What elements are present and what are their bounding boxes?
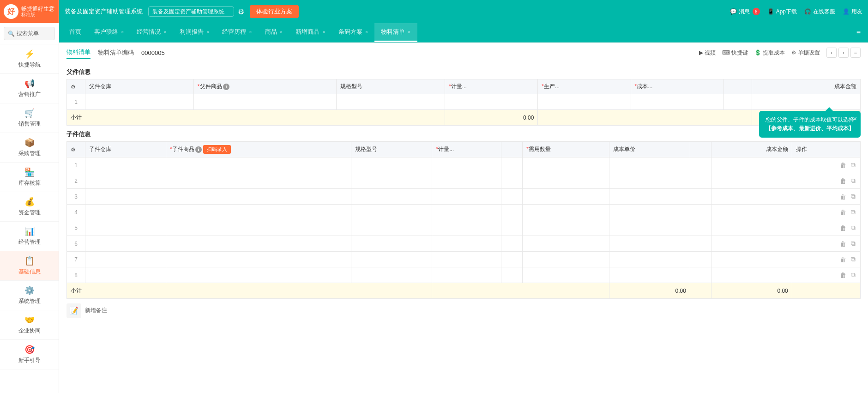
parent-spec-cell[interactable] <box>337 94 445 110</box>
child-goods-2[interactable] <box>166 173 351 189</box>
child-unit-1[interactable] <box>432 157 501 173</box>
child-unit-cost-4[interactable] <box>609 205 690 220</box>
message-item[interactable]: 💬 消息 6 <box>730 8 760 16</box>
settings-action[interactable]: ⚙ 单据设置 <box>791 49 820 57</box>
child-qty-6[interactable] <box>523 236 609 252</box>
delete-row-3-button[interactable]: 🗑 <box>839 192 847 201</box>
tab-history-close[interactable]: × <box>249 29 252 35</box>
tab-new-goods-close[interactable]: × <box>322 29 325 35</box>
child-spec-1[interactable] <box>351 157 432 173</box>
next-page-button[interactable]: › <box>838 48 849 58</box>
child-goods-8[interactable] <box>166 267 351 283</box>
scan-button[interactable]: 扫码录入 <box>203 145 231 154</box>
copy-row-2-button[interactable]: ⧉ <box>850 176 856 186</box>
th-settings[interactable]: ⚙ <box>67 79 85 94</box>
child-unit-7[interactable] <box>432 252 501 267</box>
tab-home[interactable]: 首页 <box>63 23 88 42</box>
child-spec-2[interactable] <box>351 173 432 189</box>
tooltip-close-button[interactable]: × <box>853 114 857 124</box>
child-spec-4[interactable] <box>351 205 432 220</box>
tab-barcode[interactable]: 条码方案 × <box>332 23 374 42</box>
child-warehouse-7[interactable] <box>85 252 166 267</box>
tab-goods[interactable]: 商品 × <box>259 23 289 42</box>
parent-unit-cell[interactable] <box>445 94 538 110</box>
sidebar-item-purchase[interactable]: 📦 采购管理 <box>0 133 59 163</box>
child-unit-cost-3[interactable] <box>609 189 690 205</box>
system-select[interactable]: 装备及固定资产辅助管理系统 <box>148 6 234 17</box>
delete-row-6-button[interactable]: 🗑 <box>839 239 847 248</box>
delete-row-4-button[interactable]: 🗑 <box>839 207 847 217</box>
copy-row-4-button[interactable]: ⧉ <box>850 207 856 217</box>
child-qty-7[interactable] <box>523 252 609 267</box>
child-spec-7[interactable] <box>351 252 432 267</box>
sidebar-item-quick-nav[interactable]: ⚡ 快捷导航 <box>0 44 59 74</box>
parent-cost-cell[interactable] <box>631 94 723 110</box>
child-unit-8[interactable] <box>432 267 501 283</box>
trial-button[interactable]: 体验行业方案 <box>250 5 299 18</box>
child-qty-4[interactable] <box>523 205 609 220</box>
delete-row-1-button[interactable]: 🗑 <box>839 160 847 170</box>
tab-profit-close[interactable]: × <box>206 29 209 35</box>
child-unit-2[interactable] <box>432 173 501 189</box>
user-item[interactable]: 👤 用友 <box>843 8 862 16</box>
sidebar-item-finance[interactable]: 💰 资金管理 <box>0 192 59 222</box>
search-menu-button[interactable]: 🔍 搜索菜单 <box>4 27 55 40</box>
child-qty-3[interactable] <box>523 189 609 205</box>
settings-button[interactable]: ⚙ <box>236 6 246 18</box>
prev-page-button[interactable]: ‹ <box>826 48 837 58</box>
copy-row-7-button[interactable]: ⧉ <box>850 254 856 264</box>
child-warehouse-1[interactable] <box>85 157 166 173</box>
copy-row-5-button[interactable]: ⧉ <box>850 223 856 233</box>
child-warehouse-6[interactable] <box>85 236 166 252</box>
sidebar-item-marketing[interactable]: 📢 营销推广 <box>0 74 59 103</box>
child-unit-3[interactable] <box>432 189 501 205</box>
delete-row-5-button[interactable]: 🗑 <box>839 223 847 233</box>
sidebar-item-operations[interactable]: 📊 经营管理 <box>0 222 59 251</box>
child-unit-cost-5[interactable] <box>609 220 690 236</box>
child-unit-6[interactable] <box>432 236 501 252</box>
delete-row-7-button[interactable]: 🗑 <box>839 254 847 264</box>
child-warehouse-3[interactable] <box>85 189 166 205</box>
cost-action[interactable]: 💲 提取成本 <box>754 49 785 57</box>
child-goods-5[interactable] <box>166 220 351 236</box>
sidebar-item-sales[interactable]: 🛒 销售管理 <box>0 103 59 133</box>
child-warehouse-4[interactable] <box>85 205 166 220</box>
child-spec-5[interactable] <box>351 220 432 236</box>
tab-profit[interactable]: 利润报告 × <box>173 23 216 42</box>
expand-button[interactable]: ≡ <box>850 48 861 58</box>
tab-bom-close[interactable]: × <box>408 29 410 35</box>
child-unit-cost-7[interactable] <box>609 252 690 267</box>
sub-tab-code[interactable]: 物料清单编码 <box>98 47 134 59</box>
sidebar-item-basic-info[interactable]: 📋 基础信息 <box>0 251 59 281</box>
tab-goods-close[interactable]: × <box>280 29 283 35</box>
tab-operations[interactable]: 经营情况 × <box>130 23 173 42</box>
parent-production-cell[interactable] <box>538 94 631 110</box>
online-service-item[interactable]: 🎧 在线客服 <box>804 8 835 16</box>
copy-row-8-button[interactable]: ⧉ <box>850 270 856 280</box>
parent-warehouse-cell[interactable] <box>85 94 194 110</box>
child-warehouse-8[interactable] <box>85 267 166 283</box>
copy-row-3-button[interactable]: ⧉ <box>850 192 856 201</box>
child-goods-1[interactable] <box>166 157 351 173</box>
child-qty-1[interactable] <box>523 157 609 173</box>
sidebar-item-guide[interactable]: 🎯 新手引导 <box>0 340 59 369</box>
copy-row-1-button[interactable]: ⧉ <box>850 160 856 170</box>
tab-bom[interactable]: 物料清单 × <box>374 23 417 42</box>
child-unit-cost-6[interactable] <box>609 236 690 252</box>
parent-goods-cell[interactable] <box>193 94 337 110</box>
tab-customer[interactable]: 客户联络 × <box>88 23 130 42</box>
child-unit-4[interactable] <box>432 205 501 220</box>
child-goods-4[interactable] <box>166 205 351 220</box>
child-th-settings[interactable]: ⚙ <box>67 142 85 157</box>
child-qty-5[interactable] <box>523 220 609 236</box>
tab-customer-close[interactable]: × <box>121 29 124 35</box>
copy-row-6-button[interactable]: ⧉ <box>850 239 856 248</box>
sidebar-item-enterprise[interactable]: 🤝 企业协同 <box>0 310 59 340</box>
child-unit-5[interactable] <box>432 220 501 236</box>
shortcut-action[interactable]: ⌨ 快捷键 <box>722 49 748 57</box>
child-goods-7[interactable] <box>166 252 351 267</box>
tab-new-goods[interactable]: 新增商品 × <box>289 23 332 42</box>
view-action[interactable]: ▶ 视频 <box>699 49 716 57</box>
tab-barcode-close[interactable]: × <box>365 29 368 35</box>
tab-operations-close[interactable]: × <box>163 29 166 35</box>
